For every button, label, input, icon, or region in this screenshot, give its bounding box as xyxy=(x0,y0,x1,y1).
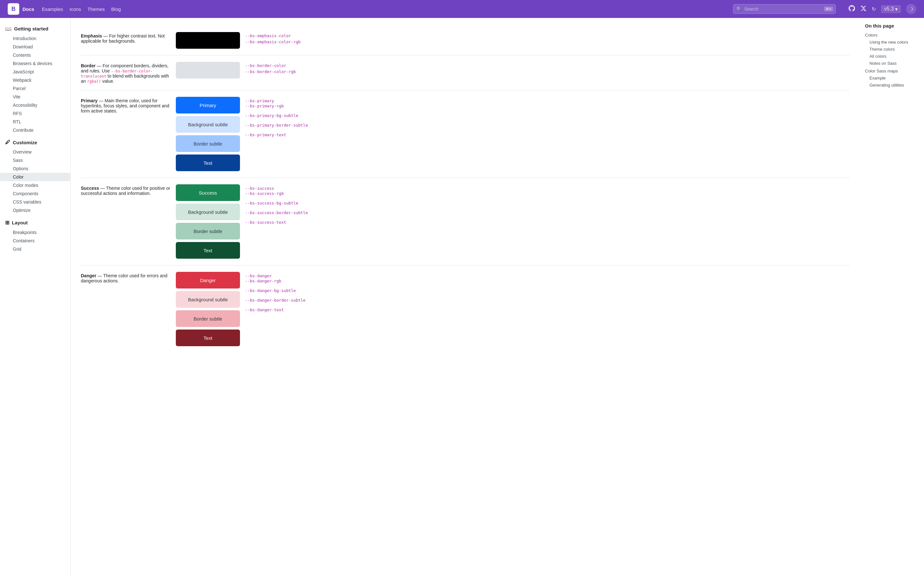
sidebar-link-download[interactable]: Download xyxy=(0,43,70,51)
sidebar-link-rtl[interactable]: RTL xyxy=(0,118,70,126)
color-vars-border: --bs-border-color --bs-border-color-rgb xyxy=(245,62,850,74)
sidebar-item: Optimize xyxy=(0,206,70,214)
color-desc-danger: Danger — Theme color used for errors and… xyxy=(81,272,171,284)
sidebar-items-getting-started: Introduction Download Contents Browsers … xyxy=(0,34,70,134)
color-vars-success: --bs-success --bs-success-rgb --bs-succe… xyxy=(245,184,850,228)
var-group-danger: --bs-danger --bs-danger-rgb xyxy=(245,273,850,284)
color-var: --bs-border-color-rgb xyxy=(245,69,850,74)
color-row-danger: Danger — Theme color used for errors and… xyxy=(81,266,850,353)
color-label-danger: Danger — Theme color used for errors and… xyxy=(81,273,168,284)
refresh-icon[interactable]: ↻ xyxy=(872,6,876,12)
sidebar-item: Parcel xyxy=(0,84,70,93)
color-vars-emphasis: --bs-emphasis-color --bs-emphasis-color-… xyxy=(245,32,850,44)
sidebar-link-browsers-devices[interactable]: Browsers & devices xyxy=(0,59,70,68)
sidebar-link-rfs[interactable]: RFS xyxy=(0,109,70,118)
color-swatches-primary: Primary Background subtle Border subtle … xyxy=(176,97,240,171)
sidebar-link-contents[interactable]: Contents xyxy=(0,51,70,59)
sidebar-section-getting-started: 📖 Getting started Introduction Download … xyxy=(0,23,70,134)
sidebar-link-accessibility[interactable]: Accessibility xyxy=(0,101,70,109)
color-label-success: Success — Theme color used for positive … xyxy=(81,185,170,196)
on-this-page-link-generating-utilities[interactable]: Generating utilities xyxy=(869,83,904,87)
sidebar-item: Browsers & devices xyxy=(0,59,70,68)
nav-blog[interactable]: Blog xyxy=(111,6,121,12)
color-var: --bs-success-bg-subtle xyxy=(245,201,298,205)
color-var: --bs-success-border-subtle xyxy=(245,210,308,215)
sidebar: 📖 Getting started Introduction Download … xyxy=(0,18,71,577)
swatch-danger: Danger xyxy=(176,272,240,288)
on-this-page-link-color-sass-maps[interactable]: Color Sass maps xyxy=(865,69,898,73)
sidebar-link-overview[interactable]: Overview xyxy=(0,148,70,156)
customize-icon: 🖊 xyxy=(5,139,10,145)
brand-docs-link[interactable]: Docs xyxy=(23,6,34,12)
sidebar-link-vite[interactable]: Vite xyxy=(0,93,70,101)
var-group-primary: --bs-primary --bs-primary-rgb xyxy=(245,98,850,108)
nav-examples[interactable]: Examples xyxy=(42,6,63,12)
main-content: Emphasis — For higher contrast text. Not… xyxy=(71,18,860,577)
twitter-icon[interactable] xyxy=(860,5,867,13)
var-group-danger-bg: --bs-danger-bg-subtle xyxy=(245,288,850,293)
on-this-page-link-all-colors[interactable]: All colors xyxy=(869,54,887,59)
swatch-success: Success xyxy=(176,184,240,201)
sidebar-link-breakpoints[interactable]: Breakpoints xyxy=(0,228,70,237)
version-chevron: ▾ xyxy=(895,6,898,12)
on-this-page-sublist: Using the new colors Theme colors All co… xyxy=(865,39,919,66)
sidebar-link-color[interactable]: Color xyxy=(0,173,70,181)
sidebar-item: Introduction xyxy=(0,34,70,43)
on-this-page-link-using-new-colors[interactable]: Using the new colors xyxy=(869,40,908,45)
color-label-emphasis: Emphasis — For higher contrast text. Not… xyxy=(81,33,165,44)
swatch-border xyxy=(176,62,240,79)
on-this-page-link-theme-colors[interactable]: Theme colors xyxy=(869,47,895,52)
sidebar-item: Accessibility xyxy=(0,101,70,109)
sidebar-link-optimize[interactable]: Optimize xyxy=(0,206,70,214)
version-badge[interactable]: v5.3 ▾ xyxy=(881,5,901,13)
sidebar-item: Vite xyxy=(0,93,70,101)
swatch-emphasis xyxy=(176,32,240,49)
var-group-primary-bg: --bs-primary-bg-subtle xyxy=(245,113,850,118)
on-this-page-link-notes-on-sass[interactable]: Notes on Sass xyxy=(869,61,897,66)
sidebar-link-webpack[interactable]: Webpack xyxy=(0,76,70,84)
search-input[interactable] xyxy=(733,4,836,14)
color-desc-border: Border — For component borders, dividers… xyxy=(81,62,171,84)
sidebar-item: Overview xyxy=(0,148,70,156)
sidebar-link-introduction[interactable]: Introduction xyxy=(0,34,70,43)
var-group-success-text: --bs-success-text xyxy=(245,219,850,225)
sidebar-item: Grid xyxy=(0,245,70,253)
sidebar-link-sass[interactable]: Sass xyxy=(0,156,70,164)
sidebar-link-color-modes[interactable]: Color modes xyxy=(0,181,70,189)
sidebar-link-contribute[interactable]: Contribute xyxy=(0,126,70,134)
sidebar-link-options[interactable]: Options xyxy=(0,164,70,173)
sidebar-item: RTL xyxy=(0,118,70,126)
color-var: --bs-success-text xyxy=(245,220,286,225)
sidebar-link-grid[interactable]: Grid xyxy=(0,245,70,253)
nav-icons[interactable]: Icons xyxy=(69,6,81,12)
sidebar-item: Webpack xyxy=(0,76,70,84)
on-this-page-title: On this page xyxy=(865,23,919,29)
swatch-danger-border-subtle: Border subtle xyxy=(176,310,240,327)
var-group-success: --bs-success --bs-success-rgb xyxy=(245,185,850,196)
sidebar-link-parcel[interactable]: Parcel xyxy=(0,84,70,93)
color-section: Emphasis — For higher contrast text. Not… xyxy=(81,26,850,353)
swatch-success-text: Text xyxy=(176,242,240,259)
swatch-primary-text: Text xyxy=(176,155,240,171)
sidebar-link-components[interactable]: Components xyxy=(0,189,70,198)
sidebar-items-customize: Overview Sass Options Color Color modes … xyxy=(0,148,70,214)
on-this-page-link-example[interactable]: Example xyxy=(869,76,886,81)
color-var: --bs-primary-text xyxy=(245,132,286,137)
var-group-success-border: --bs-success-border-subtle xyxy=(245,210,850,215)
theme-toggle[interactable]: ☽ xyxy=(906,4,916,14)
sidebar-link-css-variables[interactable]: CSS variables xyxy=(0,198,70,206)
nav-themes[interactable]: Themes xyxy=(87,6,105,12)
color-var: --bs-emphasis-color xyxy=(245,33,850,38)
color-vars-danger: --bs-danger --bs-danger-rgb --bs-danger-… xyxy=(245,272,850,316)
color-var: --bs-danger-rgb xyxy=(245,279,281,284)
sidebar-item: Options xyxy=(0,164,70,173)
sidebar-item: Breakpoints xyxy=(0,228,70,237)
color-swatches-danger: Danger Background subtle Border subtle T… xyxy=(176,272,240,346)
on-this-page-link-colors[interactable]: Colors xyxy=(865,33,877,37)
sidebar-link-containers[interactable]: Containers xyxy=(0,237,70,245)
sidebar-link-javascript[interactable]: JavaScript xyxy=(0,68,70,76)
github-icon[interactable] xyxy=(849,5,855,13)
brand[interactable]: B Docs xyxy=(8,3,34,15)
sidebar-section-title-layout: Layout xyxy=(12,220,27,226)
on-this-page-item: Example xyxy=(869,75,919,81)
